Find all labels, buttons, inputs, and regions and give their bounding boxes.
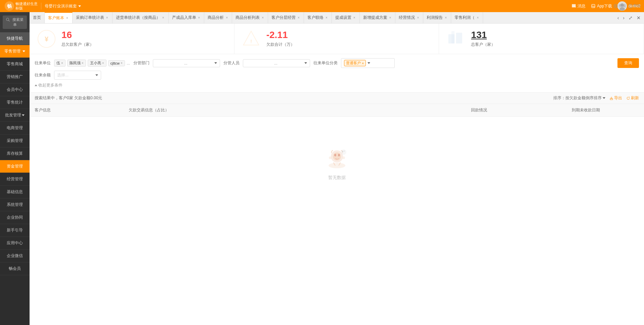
collapse-btn[interactable]: 收起更多条件	[35, 82, 639, 88]
tab-bar-actions: ‹ › ⤢ ✕	[614, 14, 644, 21]
query-btn[interactable]: 查询	[617, 58, 639, 68]
tab-close-profit-report[interactable]: ×	[444, 15, 447, 20]
svg-point-30	[342, 156, 345, 159]
tab-accounts-receivable[interactable]: 客户账本 ×	[45, 12, 73, 24]
unit-tag-chen[interactable]: 陈民强 ×	[67, 60, 86, 67]
tab-product-analysis[interactable]: 商品分析 ×	[204, 12, 232, 24]
tab-close-new-achievement[interactable]: ×	[389, 15, 392, 20]
sidebar-item-retail-mall[interactable]: 零售商城	[0, 58, 30, 71]
stat-label-total: 总客户（家）	[471, 42, 495, 47]
tab-close-accounts-receivable[interactable]: ×	[66, 16, 69, 20]
stat-info-total-overdue: -2.11 欠款合计（万）	[266, 30, 295, 47]
tab-close-customer-tier[interactable]: ×	[297, 15, 300, 20]
filter-area: 往来单位 伍 × 陈民强 × 王小亮	[30, 54, 644, 93]
tab-purchase-order[interactable]: 采购订单统计表 ×	[73, 12, 113, 24]
app-download-btn[interactable]: App App下载	[591, 3, 612, 9]
tab-expand[interactable]: ⤢	[627, 14, 634, 21]
tab-new-achievement[interactable]: 新增提成方案 ×	[360, 12, 396, 24]
sidebar-item-retail-stat[interactable]: 零售统计	[0, 96, 30, 109]
tab-close-product-analysis-list[interactable]: ×	[261, 15, 264, 20]
tab-raise-settings[interactable]: 提成设置 ×	[332, 12, 360, 24]
tab-close-incoming-stat[interactable]: ×	[162, 15, 165, 20]
sidebar-item-enterprise[interactable]: 企业协同	[0, 211, 30, 224]
tab-retail-profit[interactable]: 零售利润（ ×	[451, 12, 483, 24]
sidebar-item-wechat[interactable]: 企业微信	[0, 250, 30, 262]
stat-value-total[interactable]: 131	[471, 30, 495, 40]
stat-card-total-overdue: ! -2.11 欠款合计（万）	[234, 24, 439, 54]
unit-tag-chen-close[interactable]: ×	[82, 61, 84, 65]
tab-close-retail-profit[interactable]: ×	[476, 15, 479, 20]
sidebar-search-btn[interactable]: 搜索菜单	[0, 12, 30, 32]
stat-card-overdue-customers: ¥ 16 总欠款客户（家）	[30, 24, 234, 54]
unit-tag-cjttcw-close[interactable]: ×	[121, 61, 123, 65]
export-btn[interactable]: 导出	[609, 95, 622, 101]
person-dots[interactable]: ...	[274, 61, 277, 66]
sidebar-nav-btn[interactable]: 快捷导航	[0, 32, 30, 45]
sidebar-item-batch-mgmt[interactable]: 批发管理	[0, 109, 30, 122]
dept-dots[interactable]: ...	[184, 61, 187, 66]
tab-customer-tier[interactable]: 客户分层经营 ×	[268, 12, 304, 24]
sort-chevron-icon	[603, 97, 605, 99]
sidebar-item-finance[interactable]: 资金管理	[0, 160, 30, 173]
table-header: 客户信息 欠款交易信息（占比） 回款情况 到期未收款日期	[30, 104, 644, 117]
tab-nav-left[interactable]: ‹	[616, 14, 620, 21]
col-header-repay: 回款情况	[471, 107, 572, 113]
more-tags-btn[interactable]: ...	[127, 61, 130, 66]
tab-customer-contact[interactable]: 客户联络 ×	[304, 12, 332, 24]
tab-close-product-analysis[interactable]: ×	[225, 15, 228, 20]
balance-select[interactable]: 选择...	[54, 71, 101, 80]
stat-value-amount: -2.11	[266, 30, 295, 40]
sidebar-item-vip[interactable]: 畅会员	[0, 262, 30, 275]
tab-profit-report[interactable]: 利润报告 ×	[423, 12, 451, 24]
tab-close-business-situation[interactable]: ×	[416, 15, 420, 20]
tab-close-customer-contact[interactable]: ×	[325, 15, 328, 20]
empty-state: 暂无数据	[30, 117, 644, 208]
sidebar-item-apps[interactable]: 应用中心	[0, 237, 30, 250]
sidebar-item-inventory[interactable]: 库存核算	[0, 147, 30, 160]
svg-point-33	[344, 151, 345, 152]
unit-label: 往来单位	[35, 60, 51, 66]
tab-close-all[interactable]: ✕	[635, 14, 642, 21]
unit-type-select[interactable]: 普通客户 ×	[341, 58, 395, 68]
sidebar-item-system[interactable]: 系统管理	[0, 198, 30, 211]
sidebar-item-marketing[interactable]: 营销推广	[0, 71, 30, 83]
dept-select[interactable]: ...	[153, 59, 220, 67]
filter-row-1: 往来单位 伍 × 陈民强 × 王小亮	[35, 58, 639, 68]
unit-tag-wang[interactable]: 王小亮 ×	[88, 60, 106, 67]
person-select[interactable]: ...	[243, 59, 310, 67]
tab-close-product-inbound[interactable]: ×	[198, 15, 201, 20]
sort-btn[interactable]: 排序：按欠款金额倒序排序	[553, 95, 605, 101]
tab-product-inbound[interactable]: 产成品入库单 ×	[169, 12, 205, 24]
refresh-btn[interactable]: 刷新	[626, 95, 639, 101]
sidebar-item-ops[interactable]: 经营管理	[0, 173, 30, 186]
results-bar: 搜索结果中，客户0家 欠款金额0.00元 排序：按欠款金额倒序排序 导出	[30, 93, 644, 104]
tab-incoming-stat[interactable]: 进货单统计表（按商品） ×	[113, 12, 169, 24]
sidebar-item-retail-mgmt[interactable]: 零售管理	[0, 45, 30, 58]
logo-text: 畅捷通好生意 标版	[15, 2, 38, 10]
tab-business-situation[interactable]: 经营情况 ×	[395, 12, 423, 24]
svg-line-8	[9, 21, 10, 22]
unit-tag-wang-close[interactable]: ×	[102, 61, 104, 65]
person-label: 分管人员	[223, 60, 240, 66]
collapse-icon	[35, 84, 37, 86]
sidebar-item-ecommerce[interactable]: 电商管理	[0, 122, 30, 135]
unit-tag-wu[interactable]: 伍 ×	[54, 60, 66, 67]
unit-tag-wu-close[interactable]: ×	[61, 61, 63, 65]
tab-close-purchase-order[interactable]: ×	[105, 15, 109, 20]
sidebar-item-member[interactable]: 会员中心	[0, 83, 30, 96]
tab-home[interactable]: 首页	[30, 12, 45, 24]
sidebar-item-basic[interactable]: 基础信息	[0, 186, 30, 198]
tab-nav-right[interactable]: ›	[621, 14, 626, 21]
logo-icon: 畅	[3, 0, 15, 12]
tab-close-raise-settings[interactable]: ×	[353, 15, 356, 20]
unit-tag-cjttcw[interactable]: cjttcw ×	[108, 60, 125, 66]
svg-text:!: !	[251, 39, 252, 44]
sidebar-item-newbie[interactable]: 新手引导	[0, 224, 30, 237]
message-btn[interactable]: 消息	[571, 3, 586, 9]
sidebar-item-purchase[interactable]: 采购管理	[0, 135, 30, 147]
unit-type-tag-close[interactable]: ×	[362, 61, 364, 65]
account-dropdown[interactable]: 母婴行业演示账套	[45, 3, 81, 9]
tab-bar: 首页 客户账本 × 采购订单统计表 × 进货单统计表（按商品） × 产成品入库单…	[30, 12, 644, 24]
unit-type-selected-tag: 普通客户 ×	[344, 60, 366, 66]
tab-product-analysis-list[interactable]: 商品分析列表 ×	[232, 12, 268, 24]
